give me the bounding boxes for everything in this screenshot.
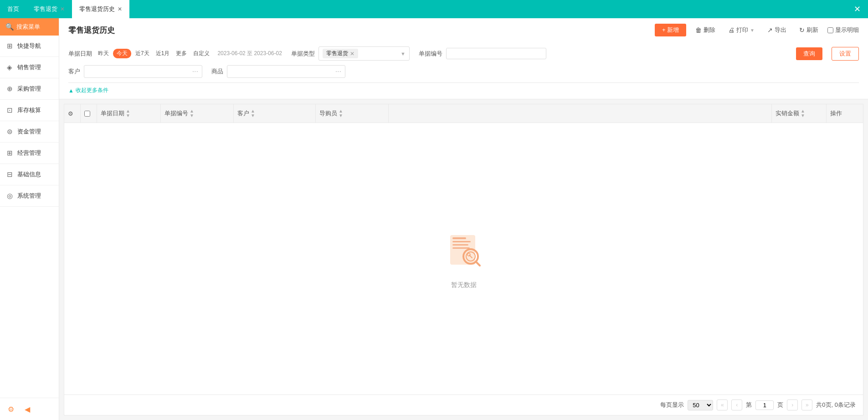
th-customer[interactable]: 客户 ▲▼ bbox=[234, 104, 316, 123]
th-amount[interactable]: 实销金额 ▲▼ bbox=[772, 104, 827, 123]
sidebar-item-purchase[interactable]: ⊕ 采购管理 bbox=[0, 78, 59, 100]
tab-retail-return-close[interactable]: ✕ bbox=[60, 6, 65, 12]
tab-home[interactable]: 首页 bbox=[0, 0, 26, 18]
th-action-label: 操作 bbox=[830, 109, 842, 118]
per-page-label: 每页显示 bbox=[660, 401, 684, 409]
page-input[interactable] bbox=[755, 400, 774, 410]
sidebar-item-operations[interactable]: ⊞ 经营管理 bbox=[0, 143, 59, 164]
collapse-icon: ▲ bbox=[68, 87, 74, 94]
total-info: 共0页, 0条记录 bbox=[816, 401, 856, 409]
display-switch-checkbox[interactable] bbox=[827, 27, 833, 33]
page-title: 零售退货历史 bbox=[68, 25, 115, 36]
th-amount-label: 实销金额 bbox=[776, 109, 799, 118]
table-settings-icon[interactable]: ⚙ bbox=[68, 110, 73, 117]
th-spacer bbox=[389, 104, 772, 123]
setting-button[interactable]: 设置 bbox=[832, 47, 859, 61]
svg-rect-4 bbox=[452, 247, 470, 249]
doc-number-input[interactable] bbox=[446, 48, 546, 59]
date-btn-7days[interactable]: 近7天 bbox=[133, 49, 152, 58]
th-doc-number-sort[interactable]: ▲▼ bbox=[190, 109, 194, 118]
main-layout: 🔍 搜索菜单 ⊞ 快捷导航 ◈ 销售管理 ⊕ 采购管理 ⊡ 库存核算 ⊜ 资金管… bbox=[0, 18, 868, 420]
page-title-row: 零售退货历史 + 新增 🗑 删除 🖨 打印 ▼ ↗ 导出 bbox=[68, 24, 859, 36]
customer-picker-icon[interactable]: ··· bbox=[192, 67, 198, 76]
sidebar-item-sales-label: 销售管理 bbox=[17, 63, 41, 72]
doc-type-remove-icon[interactable]: ✕ bbox=[350, 51, 354, 57]
empty-state: 暂无数据 bbox=[64, 123, 863, 394]
tab-retail-return-label: 零售退货 bbox=[34, 5, 57, 13]
purchase-icon: ⊕ bbox=[5, 85, 14, 93]
collapse-filter-button[interactable]: ▲ 收起更多条件 bbox=[68, 82, 859, 94]
print-label: 打印 bbox=[736, 26, 748, 34]
window-close-icon[interactable]: ✕ bbox=[847, 4, 868, 14]
date-range-display: 2023-06-02 至 2023-06-02 bbox=[217, 50, 282, 57]
goods-input[interactable]: ··· bbox=[227, 65, 345, 78]
last-page-button[interactable]: » bbox=[801, 400, 812, 410]
goods-picker-icon[interactable]: ··· bbox=[335, 67, 341, 76]
th-doc-number[interactable]: 单据编号 ▲▼ bbox=[161, 104, 234, 123]
goods-filter-group: 商品 ··· bbox=[211, 65, 345, 78]
th-amount-sort[interactable]: ▲▼ bbox=[801, 109, 805, 118]
print-dropdown-icon[interactable]: ▼ bbox=[750, 28, 755, 33]
th-guide-label: 导购员 bbox=[319, 109, 337, 118]
th-guide[interactable]: 导购员 ▲▼ bbox=[316, 104, 389, 123]
th-checkbox[interactable] bbox=[81, 104, 97, 123]
sidebar-item-system-label: 系统管理 bbox=[17, 192, 41, 200]
settings-icon[interactable]: ⚙ bbox=[5, 404, 16, 415]
doc-type-dropdown-icon[interactable]: ▼ bbox=[401, 51, 406, 56]
system-icon: ◎ bbox=[5, 192, 14, 200]
tab-retail-return-history[interactable]: 零售退货历史 ✕ bbox=[72, 0, 129, 18]
date-btn-yesterday[interactable]: 昨天 bbox=[96, 49, 111, 58]
date-btn-today[interactable]: 今天 bbox=[113, 49, 131, 58]
doc-number-filter-group: 单据编号 bbox=[419, 48, 546, 59]
export-button[interactable]: ↗ 导出 bbox=[764, 24, 790, 36]
sidebar-item-purchase-label: 采购管理 bbox=[17, 85, 41, 93]
doc-type-label: 单据类型 bbox=[291, 50, 315, 58]
display-switch[interactable]: 显示明细 bbox=[827, 26, 859, 34]
sidebar-item-basic-info[interactable]: ⊟ 基础信息 bbox=[0, 164, 59, 185]
date-btn-more[interactable]: 更多 bbox=[174, 49, 189, 58]
select-all-checkbox[interactable] bbox=[84, 111, 90, 117]
content-area: 零售退货历史 + 新增 🗑 删除 🖨 打印 ▼ ↗ 导出 bbox=[59, 18, 868, 420]
th-guide-sort[interactable]: ▲▼ bbox=[339, 109, 343, 118]
th-settings[interactable]: ⚙ bbox=[64, 104, 81, 123]
customer-input[interactable]: ··· bbox=[84, 65, 202, 78]
doc-type-select[interactable]: 零售退货 ✕ ▼ bbox=[318, 46, 410, 61]
th-customer-sort[interactable]: ▲▼ bbox=[251, 109, 255, 118]
per-page-select[interactable]: 50 10 20 100 bbox=[688, 400, 713, 410]
prev-page-button[interactable]: ‹ bbox=[731, 400, 742, 410]
tab-list: 首页 零售退货 ✕ 零售退货历史 ✕ bbox=[0, 0, 847, 18]
doc-type-filter-group: 单据类型 零售退货 ✕ ▼ bbox=[291, 46, 410, 61]
refresh-icon: ↻ bbox=[799, 26, 805, 34]
filter-row-1: 单据日期 昨天 今天 近7天 近1月 更多 自定义 2023-06-02 至 2… bbox=[68, 46, 859, 61]
goods-label: 商品 bbox=[211, 67, 223, 76]
delete-button[interactable]: 🗑 删除 bbox=[692, 24, 719, 36]
next-page-button[interactable]: › bbox=[787, 400, 798, 410]
display-switch-label: 显示明细 bbox=[835, 26, 859, 34]
date-filter-buttons: 昨天 今天 近7天 近1月 更多 自定义 bbox=[96, 49, 212, 58]
collapse-sidebar-icon[interactable]: ◀ bbox=[22, 404, 33, 415]
sidebar-item-inventory[interactable]: ⊡ 库存核算 bbox=[0, 100, 59, 121]
sidebar-search-label: 搜索菜单 bbox=[16, 23, 40, 31]
svg-rect-1 bbox=[452, 237, 466, 239]
collapse-label: 收起更多条件 bbox=[76, 87, 108, 94]
refresh-button[interactable]: ↻ 刷新 bbox=[796, 24, 822, 36]
first-page-button[interactable]: « bbox=[717, 400, 728, 410]
date-btn-1month[interactable]: 近1月 bbox=[154, 49, 172, 58]
th-doc-date[interactable]: 单据日期 ▲▼ bbox=[97, 104, 161, 123]
sidebar-search[interactable]: 🔍 搜索菜单 bbox=[0, 18, 59, 36]
sidebar-item-finance[interactable]: ⊜ 资金管理 bbox=[0, 121, 59, 143]
new-button[interactable]: + 新增 bbox=[655, 24, 686, 36]
tab-retail-return-history-close[interactable]: ✕ bbox=[118, 6, 122, 12]
sidebar-item-quick-nav[interactable]: ⊞ 快捷导航 bbox=[0, 36, 59, 57]
svg-rect-3 bbox=[452, 244, 468, 246]
sidebar-item-system[interactable]: ◎ 系统管理 bbox=[0, 185, 59, 207]
th-doc-date-sort[interactable]: ▲▼ bbox=[126, 109, 130, 118]
sidebar-item-sales[interactable]: ◈ 销售管理 bbox=[0, 57, 59, 78]
date-btn-custom[interactable]: 自定义 bbox=[191, 49, 212, 58]
print-button[interactable]: 🖨 打印 ▼ bbox=[724, 24, 758, 36]
query-button[interactable]: 查询 bbox=[796, 47, 822, 60]
tab-retail-return[interactable]: 零售退货 ✕ bbox=[26, 0, 72, 18]
empty-illustration bbox=[441, 228, 487, 274]
delete-icon: 🗑 bbox=[695, 26, 702, 34]
sidebar-item-inventory-label: 库存核算 bbox=[17, 106, 41, 114]
